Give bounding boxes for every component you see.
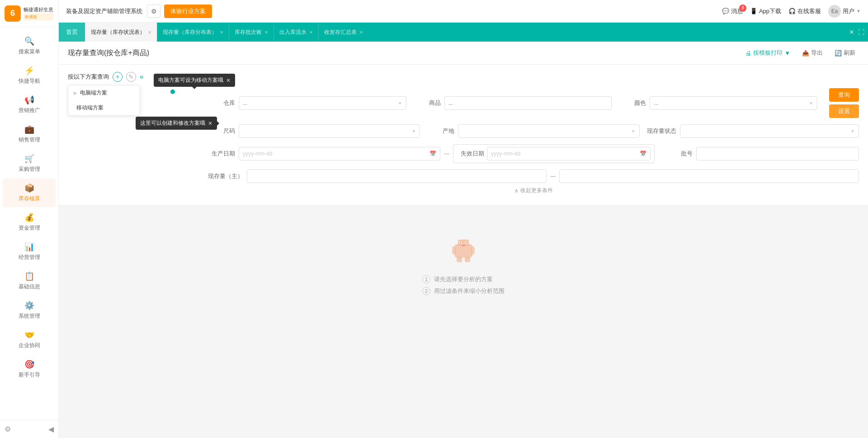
sidebar-item-label: 搜索菜单 bbox=[19, 48, 40, 56]
warehouse-label: 仓库 bbox=[208, 99, 235, 107]
filter-row-3: 生产日期 yyyy-mm-dd 📅 — 失效日期 yyyy-mm-dd 📅 bbox=[208, 144, 859, 163]
stock-status-select[interactable]: ▼ bbox=[680, 124, 859, 138]
tab-close-icon[interactable]: ✕ bbox=[359, 30, 363, 35]
svg-point-5 bbox=[466, 242, 467, 244]
sidebar-item-enterprise[interactable]: 🤝 企业协同 bbox=[3, 325, 56, 354]
logo-badge: 标准版 bbox=[24, 14, 53, 20]
tab-receive-send-summary[interactable]: 收发存汇总表 ✕ bbox=[318, 23, 368, 42]
query-button[interactable]: 查询 bbox=[829, 88, 859, 102]
select-arrow-icon: ▼ bbox=[631, 129, 636, 134]
filter-row-4: 现存量（主） — bbox=[208, 170, 859, 183]
origin-select[interactable]: ▼ bbox=[458, 124, 639, 138]
sidebar-item-marketing[interactable]: 📢 营销推广 bbox=[3, 90, 56, 119]
warehouse-group: 仓库 ... ▼ bbox=[208, 96, 406, 110]
sidebar-item-system[interactable]: ⚙️ 系统管理 bbox=[3, 296, 56, 325]
finance-nav-icon: 💰 bbox=[24, 212, 34, 222]
purchase-nav-icon: 🛒 bbox=[24, 154, 34, 164]
logo-icon: 6 bbox=[5, 5, 21, 22]
print-button[interactable]: 🖨 按模板打印 ▼ bbox=[742, 47, 794, 59]
sidebar-item-guide[interactable]: 🎯 新手引导 bbox=[3, 355, 56, 383]
scheme-panel-mobile[interactable]: 移动端方案 bbox=[68, 100, 140, 115]
sidebar-item-purchase[interactable]: 🛒 采购管理 bbox=[3, 149, 56, 178]
tooltip-close-scheme-icon[interactable]: ✕ bbox=[208, 120, 212, 127]
export-button[interactable]: 📤 导出 bbox=[798, 47, 826, 59]
scheme-panel-desktop[interactable]: ▶ 电脑端方案 bbox=[68, 85, 140, 100]
filter-row-2: 尺码 ▼ 产地 ▼ bbox=[208, 124, 859, 138]
tab-batch-account[interactable]: 库存批次账 ✕ bbox=[229, 23, 274, 42]
message-button[interactable]: 💬 消息 8 bbox=[722, 7, 743, 15]
back-arrow-icon[interactable]: « bbox=[140, 73, 144, 81]
add-scheme-button[interactable]: ＋ bbox=[113, 72, 123, 82]
expiry-date-label: 失效日期 bbox=[457, 150, 484, 158]
filter-section: 按以下方案查询 ＋ ✎ « 电脑方案可设为移动方案哦 ✕ ▶ 电脑端方案 bbox=[59, 65, 868, 206]
select-arrow-icon: ▼ bbox=[809, 101, 813, 106]
tab-close-icon[interactable]: ✕ bbox=[148, 30, 151, 35]
tooltip-close-icon[interactable]: ✕ bbox=[226, 77, 231, 84]
svg-rect-8 bbox=[471, 246, 475, 254]
stock-main-end-input[interactable] bbox=[559, 170, 859, 183]
empty-tips: 1 请先选择要分析的方案 2 用过滤条件来缩小分析范围 bbox=[422, 275, 505, 295]
tab-close-icon[interactable]: ✕ bbox=[264, 30, 268, 35]
main-content: 装备及固定资产辅助管理系统 ⚙ 体验行业方案 💬 消息 8 📱 App下载 🎧 … bbox=[59, 0, 868, 438]
sidebar-item-search[interactable]: 🔍 搜索菜单 bbox=[3, 32, 56, 60]
size-select[interactable]: ▼ bbox=[239, 124, 420, 138]
sidebar-item-finance[interactable]: 💰 资金管理 bbox=[3, 208, 56, 236]
experience-button[interactable]: 体验行业方案 bbox=[164, 5, 212, 18]
color-select[interactable]: ... ▼ bbox=[650, 96, 817, 110]
tab-fullscreen-icon[interactable]: ⛶ bbox=[858, 28, 864, 36]
tab-inventory-distribution[interactable]: 现存量（库存分布表） ✕ bbox=[157, 23, 229, 42]
enterprise-nav-icon: 🤝 bbox=[24, 330, 34, 340]
stock-status-group: 现存量状态 ▼ bbox=[647, 124, 859, 138]
support-button[interactable]: 🎧 在线客服 bbox=[788, 7, 821, 15]
filter-label: 按以下方案查询 bbox=[68, 73, 109, 81]
app-download-button[interactable]: 📱 App下载 bbox=[750, 7, 781, 15]
sidebar-item-inventory[interactable]: 📦 库存核算 bbox=[3, 179, 56, 207]
tab-close-icon[interactable]: ✕ bbox=[220, 30, 223, 35]
page-header: 现存量查询(按仓库+商品) 🖨 按模板打印 ▼ 📤 导出 🔄 刷新 bbox=[59, 42, 868, 65]
tab-close-icon[interactable]: ✕ bbox=[309, 30, 313, 35]
product-select[interactable]: ... bbox=[444, 96, 612, 110]
logo-text: 畅捷通好生意 bbox=[24, 6, 53, 13]
quick-nav-icon: ⚡ bbox=[24, 66, 34, 75]
basic-nav-icon: 📋 bbox=[24, 271, 34, 281]
select-arrow-icon: ▼ bbox=[398, 101, 402, 106]
stock-main-label: 现存量（主） bbox=[208, 172, 243, 180]
tab-bar: 首页 现存量（库存状况表） ✕ 现存量（库存分布表） ✕ 库存批次账 ✕ 出入库… bbox=[59, 23, 868, 42]
svg-point-4 bbox=[460, 242, 462, 244]
page-content: 现存量查询(按仓库+商品) 🖨 按模板打印 ▼ 📤 导出 🔄 刷新 bbox=[59, 42, 868, 438]
sidebar-item-label: 企业协同 bbox=[19, 342, 40, 349]
empty-illustration bbox=[445, 233, 481, 269]
edit-scheme-button[interactable]: ✎ bbox=[126, 72, 136, 82]
stock-main-start-input[interactable] bbox=[247, 170, 547, 183]
batch-label: 批号 bbox=[665, 150, 693, 158]
sidebar: 6 畅捷通好生意 标准版 🔍 搜索菜单 ⚡ 快捷导航 📢 营销推广 💼 销售管理… bbox=[0, 0, 59, 438]
refresh-button[interactable]: 🔄 刷新 bbox=[831, 47, 859, 59]
sidebar-collapse-icon[interactable]: ◀ bbox=[48, 425, 54, 433]
top-header: 装备及固定资产辅助管理系统 ⚙ 体验行业方案 💬 消息 8 📱 App下载 🎧 … bbox=[59, 0, 868, 23]
color-label: 颜色 bbox=[619, 99, 646, 107]
expiry-date-input[interactable]: yyyy-mm-dd 📅 bbox=[487, 147, 651, 160]
tab-home[interactable]: 首页 bbox=[59, 23, 85, 42]
sidebar-item-basic[interactable]: 📋 基础信息 bbox=[3, 267, 56, 295]
prod-date-start-input[interactable]: yyyy-mm-dd 📅 bbox=[239, 147, 440, 160]
date-separator: — bbox=[444, 151, 449, 157]
tab-inventory-status[interactable]: 现存量（库存状况表） ✕ bbox=[85, 23, 157, 42]
batch-input[interactable] bbox=[696, 147, 859, 160]
sidebar-item-sales[interactable]: 💼 销售管理 bbox=[3, 120, 56, 148]
sidebar-item-label: 采购管理 bbox=[19, 165, 40, 173]
sidebar-settings-icon[interactable]: ⚙ bbox=[5, 425, 11, 433]
prod-date-group: 生产日期 yyyy-mm-dd 📅 — 失效日期 yyyy-mm-dd 📅 bbox=[208, 144, 859, 163]
warehouse-select[interactable]: ... ▼ bbox=[239, 96, 406, 110]
operations-nav-icon: 📊 bbox=[24, 242, 34, 252]
marketing-nav-icon: 📢 bbox=[24, 95, 34, 105]
filter-row-1: 仓库 ... ▼ 商品 ... bbox=[208, 88, 859, 118]
reset-button[interactable]: 设置 bbox=[829, 104, 859, 118]
sidebar-item-quick[interactable]: ⚡ 快捷导航 bbox=[3, 61, 56, 89]
sidebar-footer: ⚙ ◀ bbox=[0, 420, 58, 438]
sidebar-item-operations[interactable]: 📊 经营管理 bbox=[3, 237, 56, 266]
tab-close-all-icon[interactable]: ✕ bbox=[849, 28, 854, 36]
user-menu[interactable]: Ea 用户 ▼ bbox=[828, 5, 861, 18]
collapse-button[interactable]: ∧ 收起更多条件 bbox=[208, 183, 859, 198]
header-settings-button[interactable]: ⚙ bbox=[147, 5, 160, 18]
tab-warehouse-flow[interactable]: 出入库流水 ✕ bbox=[274, 23, 318, 42]
